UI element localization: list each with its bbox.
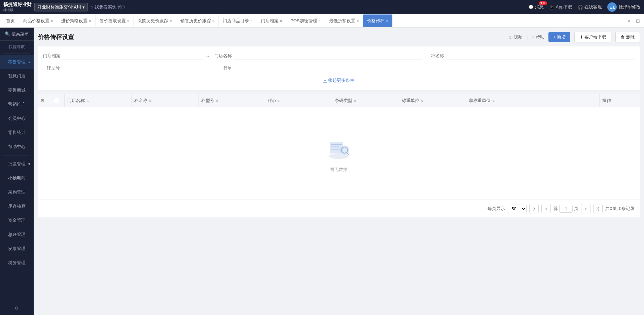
sort-icon[interactable]: ⇅	[216, 99, 218, 103]
play-icon: ▷	[509, 35, 512, 40]
sort-icon[interactable]: ⇅	[277, 99, 280, 103]
scale-ip-input[interactable]	[234, 64, 422, 72]
sidebar-item-inventory[interactable]: 库存核算	[0, 199, 34, 213]
main-layout: 🔍 搜索菜单 快捷导航 零售管理 ▲ 智慧门店 零售商城 营销推广 会员中心 零…	[0, 28, 644, 315]
sidebar-item-tax[interactable]: 税务管理	[0, 256, 34, 270]
download-button[interactable]: ⬇ 客户端下载	[574, 32, 611, 42]
sidebar-item-label: 总账管理	[8, 232, 26, 238]
sidebar-item-wholesale[interactable]: 批发管理 ▼	[0, 157, 34, 171]
collapse-label: 收起更多条件	[328, 77, 354, 83]
tab-label: 销售历史价跟踪	[180, 18, 211, 24]
sidebar-item-retail-stats[interactable]: 零售统计	[0, 126, 34, 140]
empty-state: 暂无数据	[38, 107, 640, 200]
tab-close-icon[interactable]: ×	[280, 19, 282, 23]
th-label: 秤ip	[268, 98, 276, 104]
version-selector[interactable]: 好业财标准版交付试用 ▾	[34, 3, 88, 11]
tab-commodity-price[interactable]: 商品价格设置 ×	[19, 14, 57, 27]
prev-page-button[interactable]: ＜	[541, 204, 551, 213]
tab-store-file[interactable]: 门店档案 ×	[257, 14, 286, 27]
th-checkbox[interactable]	[51, 94, 65, 107]
tab-price-scale[interactable]: 价格传秤 ×	[363, 14, 392, 27]
tab-sale-price[interactable]: 售价提取设置 ×	[96, 14, 134, 27]
user-action[interactable]: Ea 徐泽华修改	[607, 2, 641, 12]
tab-close-icon[interactable]: ×	[170, 19, 172, 23]
sort-icon[interactable]: ⇅	[421, 99, 423, 103]
tab-purchase-strategy[interactable]: 进价策略设置 ×	[57, 14, 95, 27]
sort-icon[interactable]: ⇅	[354, 99, 356, 103]
sidebar-item-ledger[interactable]: 总账管理	[0, 228, 34, 242]
tab-purchase-history[interactable]: 采购历史价跟踪 ×	[134, 14, 176, 27]
sidebar-item-invoice[interactable]: 发票管理	[0, 242, 34, 256]
th-label: 称重单位	[402, 98, 419, 104]
sidebar-item-retail-mgmt[interactable]: 零售管理 ▲	[0, 55, 34, 69]
demo-button[interactable]: ○ 我要看实例演示	[91, 4, 125, 10]
tab-close-icon[interactable]: ×	[127, 19, 129, 23]
sidebar-item-help[interactable]: 帮助中心	[0, 140, 34, 154]
store-file-label: 门店档案	[43, 53, 61, 59]
delete-label: 删除	[626, 34, 635, 40]
th-label: 条码类型	[335, 98, 352, 104]
tab-close-icon[interactable]: ×	[357, 19, 359, 23]
sidebar-item-label: 智慧门店	[8, 73, 26, 79]
collapse-button[interactable]: △ 收起更多条件	[43, 76, 635, 85]
app-label: App下载	[556, 4, 572, 10]
sidebar-item-marketing[interactable]: 营销推广	[0, 97, 34, 111]
th-label: 门店名称	[67, 98, 85, 104]
tab-close-icon[interactable]: ×	[319, 19, 321, 23]
last-page-button[interactable]: ⟩⟩	[593, 204, 603, 213]
tab-close-icon[interactable]: ×	[212, 19, 214, 23]
page-size-select[interactable]: 20 50 100	[508, 205, 527, 213]
dots-icon[interactable]: ···	[205, 54, 209, 59]
sidebar-item-ecommerce[interactable]: 小畅电商	[0, 171, 34, 185]
sidebar-settings-button[interactable]: ⚙	[0, 301, 34, 315]
filter-group-scale-model: 秤型号	[43, 64, 209, 72]
video-link[interactable]: ▷ 视频	[509, 34, 523, 40]
sidebar-search[interactable]: 🔍 搜索菜单	[0, 28, 34, 41]
delete-button[interactable]: 🗑 删除	[615, 32, 640, 42]
sidebar-item-member[interactable]: 会员中心	[0, 111, 34, 126]
select-all-checkbox[interactable]	[54, 98, 59, 103]
sort-icon[interactable]: ⇅	[492, 99, 495, 103]
store-file-input[interactable]	[63, 52, 203, 60]
sidebar-item-finance[interactable]: 资金管理	[0, 213, 34, 228]
scale-name-input[interactable]	[447, 52, 635, 60]
tab-home[interactable]: 首页	[2, 14, 19, 27]
add-button[interactable]: + 新增	[548, 32, 570, 42]
sidebar-item-retail-mall[interactable]: 零售商城	[0, 83, 34, 97]
search-icon: 🔍	[5, 31, 10, 36]
store-name-input[interactable]	[235, 52, 422, 60]
th-settings[interactable]: ⚙	[38, 94, 51, 107]
expand-tabs-button[interactable]: ⊡	[634, 18, 642, 24]
close-all-tabs-button[interactable]: ×	[626, 18, 633, 24]
filter-group-store-file: 门店档案 ···	[43, 52, 209, 60]
scale-ip-label: 秤ip	[214, 65, 231, 71]
tab-close-icon[interactable]: ×	[51, 19, 53, 23]
tab-pos-crypto[interactable]: POS加密管理 ×	[286, 14, 325, 27]
tab-close-icon[interactable]: ×	[89, 19, 91, 23]
tab-close-icon[interactable]: ×	[250, 19, 252, 23]
online-service-action[interactable]: 🎧 在线客服	[578, 4, 602, 10]
app-download-action[interactable]: 📱 App下载	[549, 4, 572, 10]
chevron-down-icon: ▼	[28, 162, 31, 166]
top-bar-right: 💬 消息 99+ 📱 App下载 🎧 在线客服 Ea 徐泽华修改	[528, 2, 641, 12]
th-barcode-type: 条码类型 ⇅	[332, 94, 399, 107]
sort-icon[interactable]: ⇅	[86, 99, 89, 103]
first-page-button[interactable]: ⟨⟨	[529, 204, 539, 213]
tab-sale-history[interactable]: 销售历史价跟踪 ×	[176, 14, 219, 27]
sidebar-quick-nav[interactable]: 快捷导航	[0, 41, 34, 52]
next-page-button[interactable]: ＞	[581, 204, 591, 213]
sidebar-item-smart-store[interactable]: 智慧门店	[0, 69, 34, 83]
sort-icon[interactable]: ⇅	[149, 99, 151, 103]
scale-model-input[interactable]	[63, 64, 209, 72]
gear-icon[interactable]: ⚙	[40, 98, 45, 103]
help-link[interactable]: ? 帮助	[532, 34, 544, 40]
sidebar-item-purchase[interactable]: 采购管理	[0, 185, 34, 199]
tab-close-icon[interactable]: ×	[386, 19, 388, 23]
tab-store-catalog[interactable]: 门店商品目录 ×	[219, 14, 257, 27]
tab-label: 价格传秤	[367, 18, 385, 24]
page-input[interactable]	[559, 205, 573, 213]
message-icon: 💬	[528, 5, 534, 10]
message-action[interactable]: 💬 消息 99+	[528, 4, 544, 10]
avatar-initials: Ea	[609, 5, 615, 10]
tab-min-discount[interactable]: 最低折扣设置 ×	[325, 14, 363, 27]
